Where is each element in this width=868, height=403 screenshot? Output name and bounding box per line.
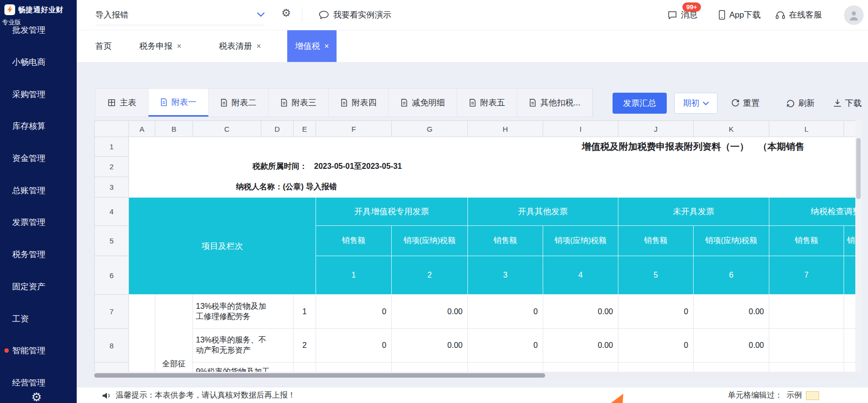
cell-tax-period[interactable]: 税款所属时间： 2023-05-01至2023-05-31 [129, 157, 855, 177]
app-download-button[interactable]: App下载 [718, 0, 761, 30]
header-sales[interactable]: 销售额 [769, 226, 844, 256]
user-avatar[interactable] [844, 5, 864, 25]
grid-cell[interactable] [769, 329, 844, 363]
sidebar-item-fixed-assets[interactable]: 固定资产 [0, 271, 77, 303]
tab-tax-declaration[interactable]: 税务申报× [139, 30, 181, 62]
grid-cell[interactable]: 0.00 [392, 329, 468, 363]
grid-cell[interactable] [618, 363, 694, 372]
grid-cell[interactable]: 0.00 [694, 295, 769, 329]
grid-cell[interactable] [316, 363, 392, 372]
row-header-8[interactable]: 8 [95, 329, 129, 363]
grid-cell[interactable] [543, 363, 618, 372]
column-header-C[interactable]: C [193, 121, 261, 137]
header-output-tax[interactable]: 销项(应纳)税额 [392, 226, 468, 256]
header-sales[interactable]: 销售额 [618, 226, 694, 256]
sidebar-gear-icon[interactable]: ⚙ [31, 390, 42, 403]
sidebar-item-payroll[interactable]: 工资 [0, 302, 77, 335]
close-icon[interactable]: × [177, 42, 181, 50]
reset-button[interactable]: 重置 [731, 93, 760, 114]
v-scroll-thumb[interactable] [856, 138, 861, 199]
header-sales[interactable]: 销售额 [468, 226, 543, 256]
sidebar-item-invoice[interactable]: 发票管理 [0, 206, 77, 239]
sheet-corner-cell[interactable] [95, 121, 129, 137]
grid-cell[interactable] [769, 295, 844, 329]
refresh-button[interactable]: 刷新 [786, 93, 815, 114]
grid-cell[interactable] [468, 363, 543, 372]
column-header-M[interactable]: M [844, 121, 855, 137]
download-button[interactable]: 下载 [833, 93, 862, 114]
row-header-2[interactable]: 2 [95, 157, 129, 177]
sheet-tab-appendix-4[interactable]: 附表四 [329, 89, 389, 117]
header-col-number-6[interactable]: 6 [694, 256, 769, 295]
grid-cell[interactable]: 0 [316, 295, 392, 329]
row-header-1[interactable]: 1 [95, 137, 129, 157]
header-col-number-2[interactable]: 2 [392, 256, 468, 295]
grid-cell[interactable]: 0.00 [392, 295, 468, 329]
cell-line-number[interactable] [294, 363, 316, 372]
cell-line-number[interactable]: 2 [294, 329, 316, 363]
header-sales[interactable]: 销售额 [316, 226, 392, 256]
tab-home[interactable]: 首页 [95, 30, 112, 62]
header-col-number-8[interactable] [844, 256, 855, 295]
grid-cell[interactable] [844, 295, 855, 329]
column-header-I[interactable]: I [543, 121, 618, 137]
sidebar-item-tax[interactable]: 税务管理 [0, 239, 77, 271]
sidebar-item-smart-mgmt[interactable]: 智能管理 [0, 335, 77, 367]
cell-item-name[interactable]: 13%税率的服务、不动产和无形资产 [193, 329, 294, 363]
header-output-tax[interactable]: 销项(应纳)税额 [543, 226, 618, 256]
grid-cell[interactable]: 0.00 [543, 329, 618, 363]
grid-cell[interactable]: 0 [618, 329, 694, 363]
sidebar-item-purchase[interactable]: 采购管理 [0, 78, 77, 110]
grid-cell[interactable] [129, 295, 155, 372]
sheet-tab-appendix-1[interactable]: 附表一 [148, 89, 209, 117]
sidebar-item-funds[interactable]: 资金管理 [0, 142, 77, 175]
cell-category-group[interactable]: 全部征 [155, 295, 193, 372]
header-col-number-1[interactable]: 1 [316, 256, 392, 295]
column-header-J[interactable]: J [618, 121, 694, 137]
row-header-9[interactable]: 9 [95, 363, 129, 372]
header-col-number-4[interactable]: 4 [543, 256, 618, 295]
grid-cell[interactable] [392, 363, 468, 372]
grid-cell[interactable]: 0.00 [543, 295, 618, 329]
online-service-button[interactable]: 在线客服 [775, 0, 822, 30]
header-col-number-3[interactable]: 3 [468, 256, 543, 295]
sidebar-item-inventory[interactable]: 库存核算 [0, 110, 77, 142]
row-header-6[interactable]: 6 [95, 256, 129, 295]
tab-tax-register[interactable]: 税表清册× [219, 30, 261, 62]
column-header-K[interactable]: K [694, 121, 769, 137]
grid-cell[interactable]: 0 [468, 295, 543, 329]
column-header-F[interactable]: F [316, 121, 392, 137]
header-group-no-invoice[interactable]: 未开具发票 [618, 198, 769, 226]
floating-assistant-icon[interactable] [609, 393, 627, 403]
cell-line-number[interactable]: 1 [294, 295, 316, 329]
grid-cell[interactable]: 0 [468, 329, 543, 363]
close-icon[interactable]: × [256, 42, 261, 50]
column-header-G[interactable]: G [392, 121, 468, 137]
row-header-7[interactable]: 7 [95, 295, 129, 329]
cell-taxpayer[interactable]: 纳税人名称：(公章) 导入报错 [129, 177, 855, 198]
column-header-A[interactable]: A [129, 121, 155, 137]
grid-cell[interactable] [769, 363, 844, 372]
header-group-special-invoice[interactable]: 开具增值税专用发票 [316, 198, 468, 226]
header-group-tax-inspection[interactable]: 纳税检查调整 [769, 198, 855, 226]
grid-cell[interactable]: 0.00 [694, 329, 769, 363]
header-group-other-invoice[interactable]: 开具其他发票 [468, 198, 618, 226]
header-col-number-7[interactable]: 7 [769, 256, 844, 295]
sheet-tab-appendix-5[interactable]: 附表五 [457, 89, 517, 117]
tab-vat[interactable]: 增值税× [287, 30, 337, 62]
header-col-number-5[interactable]: 5 [618, 256, 694, 295]
sidebar-item-ecommerce[interactable]: 小畅电商 [0, 46, 77, 79]
header-output-tax[interactable]: 销项(应纳)税额 [694, 226, 769, 256]
sidebar-item-general-ledger[interactable]: 总账管理 [0, 174, 77, 206]
column-header-L[interactable]: L [769, 121, 844, 137]
sidebar-item-wholesale[interactable]: 批发管理 [0, 14, 77, 46]
h-scroll-thumb[interactable] [94, 373, 545, 378]
grid-cell[interactable] [694, 363, 769, 372]
row-header-3[interactable]: 3 [95, 177, 129, 198]
sheet-tab-relief-detail[interactable]: 减免明细 [389, 89, 457, 117]
close-icon[interactable]: × [324, 42, 329, 50]
sheet-tab-other-deduction[interactable]: 其他扣税... [517, 89, 593, 117]
row-header-5[interactable]: 5 [95, 226, 129, 256]
opening-balance-button[interactable]: 期初 [674, 93, 718, 114]
gear-icon[interactable]: ⚙ [281, 8, 291, 19]
